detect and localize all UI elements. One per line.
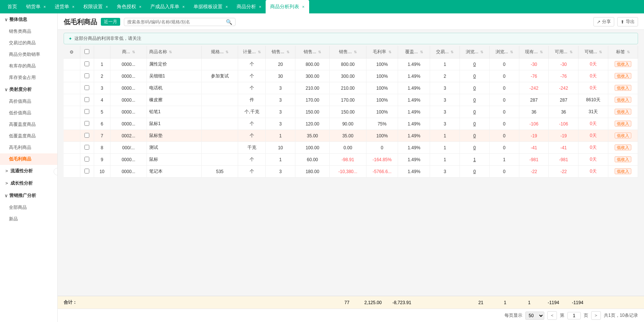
sidebar-item-sales-products[interactable]: 销售类商品 — [0, 26, 57, 37]
sidebar-group-overall-info[interactable]: ∨ 整体信息 — [0, 13, 57, 26]
row-checkbox[interactable] — [84, 121, 89, 126]
period-tag-button[interactable]: 近一月 — [101, 18, 120, 26]
row-browse1[interactable]: 0 — [460, 142, 490, 154]
sidebar-item-traded-products[interactable]: 交易过的商品 — [0, 37, 57, 49]
sidebar-group-class-analysis[interactable]: ∨ 类射度分析 — [0, 83, 57, 96]
profit-rate-header[interactable]: 毛利率 ⇅ — [366, 46, 398, 58]
row-check[interactable] — [80, 130, 94, 142]
sidebar-item-stock-products[interactable]: 有库存的商品 — [0, 60, 57, 72]
sidebar-group-flow-analysis[interactable]: ＞ 流通性分析 — [0, 165, 57, 177]
code-header[interactable]: 商... ⇅ — [110, 46, 147, 58]
nav-template-settings[interactable]: 单据模板设置 × — [189, 0, 232, 13]
sidebar-item-high-margin[interactable]: 高毛利商品 — [0, 142, 57, 153]
browse1-link[interactable]: 0 — [473, 74, 476, 79]
nav-permission-settings[interactable]: 权限设置 × — [79, 0, 112, 13]
sidebar-group-marketing-analysis[interactable]: ∨ 营销推广分析 — [0, 189, 57, 202]
trade-count-header[interactable]: 交易... ⇅ — [430, 46, 460, 58]
nav-product-analysis-list[interactable]: 商品分析列表 × — [266, 0, 309, 13]
browse1-link[interactable]: 0 — [473, 86, 476, 91]
sidebar-collapse-button[interactable]: 《 — [54, 168, 58, 175]
row-browse1[interactable]: 0 — [460, 130, 490, 142]
close-icon[interactable]: × — [44, 4, 46, 9]
row-check[interactable] — [80, 118, 94, 130]
row-browse1[interactable]: 1 — [460, 154, 490, 166]
row-check[interactable] — [80, 142, 94, 154]
browse1-link[interactable]: 0 — [473, 98, 476, 103]
share-button[interactable]: ↗ 分享 — [593, 17, 614, 26]
row-browse1[interactable]: 0 — [460, 58, 490, 70]
close-icon[interactable]: × — [106, 4, 108, 9]
sidebar-item-low-value[interactable]: 低价值商品 — [0, 107, 57, 119]
browse1-link[interactable]: 0 — [473, 145, 476, 150]
spec-header[interactable]: 规格... ⇅ — [202, 46, 238, 58]
nav-home[interactable]: 首页 — [3, 0, 22, 13]
sale-profit-header[interactable]: 销售... ⇅ — [330, 46, 366, 58]
search-icon[interactable]: 🔍 — [226, 19, 232, 25]
row-check[interactable] — [80, 82, 94, 94]
row-checkbox[interactable] — [84, 85, 89, 90]
row-checkbox[interactable] — [84, 61, 89, 66]
row-checkbox[interactable] — [84, 109, 89, 114]
browse1-link[interactable]: 0 — [473, 169, 476, 174]
scrollbar-container[interactable]: ⚙ 商... ⇅ 商品名称 ⇅ 规格... ⇅ 计量... ⇅ 销售... ⇅ … — [64, 46, 638, 178]
browse1-link[interactable]: 0 — [473, 109, 476, 115]
name-header[interactable]: 商品名称 ⇅ — [147, 46, 201, 58]
close-icon[interactable]: × — [182, 4, 185, 9]
row-check[interactable] — [80, 106, 94, 118]
check-header[interactable] — [80, 46, 94, 58]
page-input[interactable] — [567, 312, 581, 319]
browse1-link[interactable]: 0 — [473, 62, 476, 67]
tag-header[interactable]: 标签 ⇅ — [608, 46, 638, 58]
close-icon[interactable]: × — [259, 4, 261, 9]
nav-product-instock[interactable]: 产成品入库单 × — [146, 0, 189, 13]
row-check[interactable] — [80, 166, 94, 178]
browse1-header[interactable]: 浏览... ⇅ — [460, 46, 490, 58]
row-browse1[interactable]: 0 — [460, 106, 490, 118]
sidebar-item-category-sales-rate[interactable]: 商品分类助销率 — [0, 49, 57, 60]
close-icon[interactable]: × — [72, 4, 74, 9]
page-size-select[interactable]: 50 100 200 — [525, 312, 544, 320]
row-browse1[interactable]: 0 — [460, 166, 490, 178]
row-checkbox[interactable] — [84, 145, 89, 150]
row-check[interactable] — [80, 154, 94, 166]
row-checkbox[interactable] — [84, 97, 89, 102]
row-check[interactable] — [80, 94, 94, 106]
nav-product-analysis[interactable]: 商品分析 × — [232, 0, 266, 13]
close-icon[interactable]: × — [302, 4, 304, 9]
sidebar-item-low-coverage[interactable]: 低覆盖度商品 — [0, 130, 57, 142]
sale-price-header[interactable]: 销售... ⇅ — [295, 46, 330, 58]
browse1-link[interactable]: 1 — [473, 157, 476, 162]
sidebar-group-growth-analysis[interactable]: ＞ 成长性分析 — [0, 177, 57, 189]
close-icon[interactable]: × — [139, 4, 141, 9]
unit-header[interactable]: 计量... ⇅ — [238, 46, 266, 58]
sidebar-item-all-products[interactable]: 全部商品 — [0, 202, 57, 213]
search-input[interactable] — [127, 19, 226, 25]
sidebar-item-high-coverage[interactable]: 高覆盖度商品 — [0, 119, 57, 130]
browse1-link[interactable]: 0 — [473, 121, 476, 127]
settings-header[interactable]: ⚙ — [64, 46, 80, 58]
sidebar-item-stock-capital[interactable]: 库存资金占用 — [0, 72, 57, 83]
table-container[interactable]: ⚙ 商... ⇅ 商品名称 ⇅ 规格... ⇅ 计量... ⇅ 销售... ⇅ … — [58, 46, 644, 294]
saleable-days-header[interactable]: 可销... ⇅ — [579, 46, 608, 58]
close-icon[interactable]: × — [225, 4, 228, 9]
row-checkbox[interactable] — [84, 157, 89, 162]
sidebar-item-new-products[interactable]: 新品 — [0, 213, 57, 225]
next-page-button[interactable]: ＞ — [591, 311, 601, 320]
prev-page-button[interactable]: ＜ — [547, 311, 557, 320]
nav-sales-order[interactable]: 销货单 × — [22, 0, 50, 13]
row-checkbox[interactable] — [84, 73, 89, 78]
row-check[interactable] — [80, 58, 94, 70]
nav-purchase-order[interactable]: 进货单 × — [50, 0, 79, 13]
sidebar-item-low-margin[interactable]: 低毛利商品 — [0, 153, 57, 165]
available-stock-header[interactable]: 可用... ⇅ — [549, 46, 579, 58]
export-button[interactable]: ⬆ 导出 — [617, 17, 638, 26]
select-all-checkbox[interactable] — [84, 49, 89, 54]
row-browse1[interactable]: 0 — [460, 70, 490, 82]
row-browse1[interactable]: 0 — [460, 82, 490, 94]
row-browse1[interactable]: 0 — [460, 118, 490, 130]
current-stock-header[interactable]: 现有... ⇅ — [519, 46, 549, 58]
cover-rate-header[interactable]: 覆盖... ⇅ — [398, 46, 430, 58]
row-checkbox[interactable] — [84, 133, 89, 138]
browse2-header[interactable]: 浏览... ⇅ — [489, 46, 519, 58]
browse1-link[interactable]: 0 — [473, 133, 476, 138]
